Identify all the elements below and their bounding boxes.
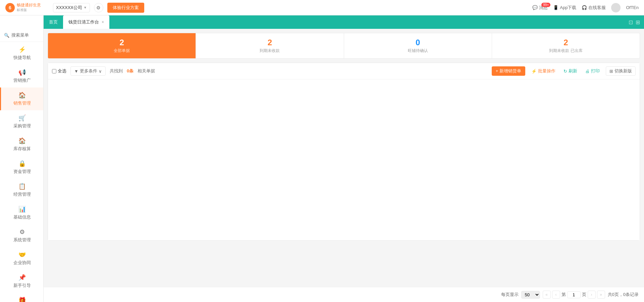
sidebar-item-guide[interactable]: 📌新手引导 bbox=[0, 270, 43, 293]
settings-button[interactable]: ⚙ bbox=[94, 3, 103, 12]
print-icon: 🖨 bbox=[585, 69, 590, 74]
username-label[interactable]: OfTEn bbox=[626, 5, 639, 10]
print-label: 打印 bbox=[591, 68, 600, 74]
found-suffix: 相关单据 bbox=[138, 68, 155, 74]
refresh-icon: ↻ bbox=[564, 69, 567, 74]
total-info: 共0页，0条记录 bbox=[608, 292, 639, 298]
stat-number-wangwang: 0 bbox=[351, 38, 485, 47]
sidebar-label-basic: 基础信息 bbox=[13, 214, 31, 220]
header-right: 💬 消息 99+ 📱 App下载 🎧 在线客服 OfTEn bbox=[532, 3, 639, 12]
top-header: 6 畅捷通好生意 标准版 XXXXXX公司 ▼ ⚙ 体验行业方案 💬 消息 99… bbox=[0, 0, 644, 15]
next-page-button[interactable]: › bbox=[588, 291, 596, 299]
stat-label-shipped: 到期未收款 已出库 bbox=[499, 48, 633, 54]
sidebar-item-system[interactable]: ⚙系统管理 bbox=[0, 224, 43, 247]
tab-close-icon[interactable]: × bbox=[102, 20, 104, 24]
app-layout: 2全部单据2到期未收款0旺辅待确认2到期未收款 已出库 全选 ▼ 更多条件 ∨ … bbox=[0, 0, 644, 302]
filter-button[interactable]: ▼ 更多条件 ∨ bbox=[70, 66, 106, 76]
sidebar-icon-system: ⚙ bbox=[19, 228, 25, 236]
sidebar-label-finance: 资金管理 bbox=[13, 169, 31, 175]
sidebar-label-operation: 经营管理 bbox=[13, 191, 31, 197]
toolbar-right: + 新增销货单 ⚡ 批量操作 ↻ 刷新 🖨 打印 ⊞ bbox=[492, 66, 636, 76]
filter-icon: ▼ bbox=[74, 69, 78, 74]
last-page-button[interactable]: » bbox=[597, 291, 605, 299]
found-count: 0条 bbox=[127, 68, 133, 74]
page-nav: « ‹ 第 页 › » bbox=[543, 291, 605, 299]
filter-label: 更多条件 bbox=[80, 68, 97, 74]
switch-version-button[interactable]: ⊞ 切换新版 bbox=[606, 66, 636, 76]
logo-text-area: 畅捷通好生意 标准版 bbox=[17, 3, 41, 13]
sidebar-item-inventory[interactable]: 🏠库存核算 bbox=[0, 133, 43, 156]
per-page-select[interactable]: 102050100 bbox=[521, 291, 540, 299]
page-number-input[interactable] bbox=[567, 291, 581, 298]
sidebar-item-finance[interactable]: 🔒资金管理 bbox=[0, 156, 43, 179]
batch-label: 批量操作 bbox=[538, 68, 555, 74]
tab-maximize-icon[interactable]: ⊞ bbox=[636, 19, 640, 25]
sidebar-icon-cooperation: 🤝 bbox=[18, 251, 26, 258]
tab-current-label: 钱货日清工作台 bbox=[68, 19, 99, 25]
sidebar-item-basic[interactable]: 📊基础信息 bbox=[0, 201, 43, 224]
company-name: XXXXXX公司 bbox=[56, 5, 82, 11]
stat-card-wangwang[interactable]: 0旺辅待确认 bbox=[344, 33, 492, 58]
app-download-label: App下载 bbox=[560, 5, 576, 11]
tab-minimize-icon[interactable]: ⊡ bbox=[629, 19, 633, 25]
switch-icon: ⊞ bbox=[609, 69, 613, 74]
prev-page-button[interactable]: ‹ bbox=[552, 291, 560, 299]
first-page-button[interactable]: « bbox=[543, 291, 551, 299]
sidebar-item-operation[interactable]: 📋经营管理 bbox=[0, 179, 43, 201]
select-all-input[interactable] bbox=[52, 69, 56, 73]
sidebar-icon-operation: 📋 bbox=[18, 183, 26, 190]
sidebar-search[interactable]: 🔍 搜索菜单 bbox=[0, 29, 43, 42]
message-action[interactable]: 💬 消息 99+ bbox=[532, 5, 548, 11]
stat-card-all[interactable]: 2全部单据 bbox=[48, 33, 196, 58]
toolbar-left: 全选 ▼ 更多条件 ∨ 共找到 0条 相关单据 bbox=[52, 66, 488, 76]
sidebar-item-purchase[interactable]: 🛒采购管理 bbox=[0, 110, 43, 133]
online-service-action[interactable]: 🎧 在线客服 bbox=[582, 5, 606, 11]
app-icon: 📱 bbox=[553, 5, 558, 10]
sidebar-icon-finance: 🔒 bbox=[18, 160, 26, 167]
stat-number-overdue: 2 bbox=[203, 38, 337, 47]
refresh-label: 刷新 bbox=[569, 68, 577, 74]
logo-sub: 标准版 bbox=[17, 8, 41, 12]
avatar[interactable] bbox=[611, 3, 621, 12]
sidebar-item-cooperation[interactable]: 🤝企业协同 bbox=[0, 247, 43, 270]
sidebar-item-sales[interactable]: 🏠销售管理 bbox=[0, 87, 43, 110]
per-page-label: 每页显示 bbox=[501, 292, 519, 298]
sidebar-items-container: ⚡快捷导航📢营销推广🏠销售管理🛒采购管理🏠库存核算🔒资金管理📋经营管理📊基础信息… bbox=[0, 42, 43, 302]
sidebar-label-inventory: 库存核算 bbox=[13, 146, 31, 152]
print-button[interactable]: 🖨 打印 bbox=[583, 67, 602, 75]
tab-current[interactable]: 钱货日清工作台 × bbox=[63, 15, 109, 29]
logo-text: 畅捷通好生意 bbox=[17, 3, 41, 8]
stat-card-shipped[interactable]: 2到期未收款 已出库 bbox=[492, 33, 640, 58]
search-label: 搜索菜单 bbox=[11, 32, 29, 38]
logo-icon: 6 bbox=[5, 3, 15, 12]
sidebar-icon-app-center: 🎁 bbox=[18, 297, 26, 302]
content-card: 全选 ▼ 更多条件 ∨ 共找到 0条 相关单据 + 新增销货单 ⚡ 批量操作 bbox=[48, 63, 640, 241]
service-icon: 🎧 bbox=[582, 5, 587, 10]
sidebar-label-cooperation: 企业协同 bbox=[13, 260, 31, 266]
sidebar-item-marketing[interactable]: 📢营销推广 bbox=[0, 65, 43, 87]
add-sales-button[interactable]: + 新增销货单 bbox=[492, 66, 525, 76]
sidebar-icon-purchase: 🛒 bbox=[18, 114, 26, 122]
tab-home-label: 首页 bbox=[49, 19, 58, 25]
select-all-checkbox[interactable]: 全选 bbox=[52, 68, 66, 74]
refresh-button[interactable]: ↻ 刷新 bbox=[561, 67, 579, 75]
app-download-action[interactable]: 📱 App下载 bbox=[553, 5, 576, 11]
stat-label-wangwang: 旺辅待确认 bbox=[351, 48, 485, 54]
tab-controls: ⊡ ⊞ bbox=[629, 19, 644, 25]
found-prefix: 共找到 bbox=[110, 68, 123, 74]
sidebar-item-app-center[interactable]: 🎁应用中心 bbox=[0, 293, 43, 302]
stat-label-overdue: 到期未收款 bbox=[203, 48, 337, 54]
tab-home[interactable]: 首页 bbox=[44, 15, 63, 29]
company-arrow-icon: ▼ bbox=[84, 6, 87, 9]
header-left: 6 畅捷通好生意 标准版 XXXXXX公司 ▼ ⚙ 体验行业方案 bbox=[5, 3, 144, 13]
sidebar-label-sales: 销售管理 bbox=[13, 100, 31, 106]
sidebar-item-quick-nav[interactable]: ⚡快捷导航 bbox=[0, 42, 43, 65]
stat-card-overdue[interactable]: 2到期未收款 bbox=[196, 33, 344, 58]
stat-number-shipped: 2 bbox=[499, 38, 633, 47]
sidebar-icon-guide: 📌 bbox=[18, 274, 26, 281]
experience-button[interactable]: 体验行业方案 bbox=[107, 3, 144, 13]
filter-arrow-icon: ∨ bbox=[99, 69, 102, 74]
batch-operation-button[interactable]: ⚡ 批量操作 bbox=[529, 67, 557, 75]
company-selector[interactable]: XXXXXX公司 ▼ bbox=[53, 3, 90, 12]
sidebar-icon-basic: 📊 bbox=[18, 205, 26, 213]
